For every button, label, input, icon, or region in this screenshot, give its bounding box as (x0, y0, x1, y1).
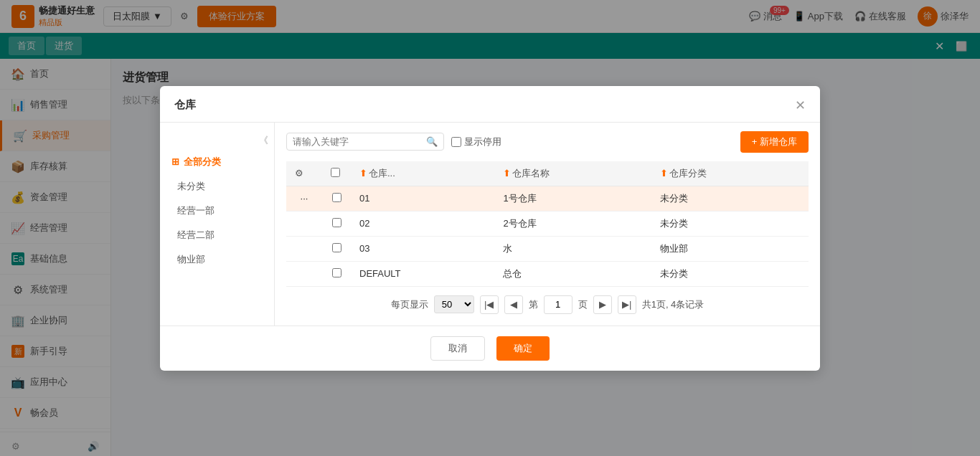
row-more-icon[interactable]: ··· (301, 193, 308, 204)
row-code: 01 (351, 186, 494, 211)
toolbar: 🔍 显示停用 + 新增仓库 (286, 131, 809, 153)
per-page-label: 每页显示 (391, 298, 428, 311)
row-checkbox[interactable] (332, 218, 341, 227)
collapse-button[interactable]: 《 (160, 131, 274, 150)
row-category: 未分类 (651, 186, 809, 211)
prev-page-button[interactable]: ◀ (504, 295, 523, 314)
sort-icon2: ⬆ (503, 168, 511, 179)
row-name: 总仓 (494, 261, 651, 286)
pagination: 每页显示 50 20 100 |◀ ◀ 第 页 ▶ ▶| 共1页, 4条记录 (286, 287, 809, 317)
row-checkbox-cell[interactable] (322, 236, 351, 261)
col-header-category: ⬆仓库分类 (651, 161, 809, 186)
warehouse-dialog: 仓库 ✕ 《 ⊞ 全部分类 未分类 经营一部 经营二部 物业部 (160, 86, 820, 371)
dialog-title: 仓库 (174, 98, 196, 112)
col-header-name: ⬆仓库名称 (494, 161, 651, 186)
category-item-unclassified[interactable]: 未分类 (160, 174, 274, 199)
category-item-ops2[interactable]: 经营二部 (160, 223, 274, 247)
row-name: 2号仓库 (494, 211, 651, 236)
row-settings[interactable]: ··· (286, 186, 322, 211)
dialog-close-button[interactable]: ✕ (795, 98, 806, 113)
row-category: 物业部 (651, 236, 809, 261)
table-row[interactable]: 03 水 物业部 (286, 236, 809, 261)
show-disabled-toggle[interactable]: 显示停用 (451, 136, 501, 148)
first-page-button[interactable]: |◀ (480, 295, 499, 314)
search-input[interactable] (293, 136, 422, 147)
search-icon[interactable]: 🔍 (426, 136, 438, 147)
add-warehouse-button[interactable]: + 新增仓库 (740, 131, 809, 153)
sort-icon: ⬆ (359, 168, 367, 179)
row-code: 02 (351, 211, 494, 236)
row-code: 03 (351, 236, 494, 261)
col-header-check (322, 161, 351, 186)
last-page-button[interactable]: ▶| (618, 295, 636, 314)
grid-icon: ⊞ (171, 156, 179, 167)
collapse-icon: 《 (259, 134, 268, 147)
dialog-right-content: 🔍 显示停用 + 新增仓库 ⚙ (275, 123, 820, 326)
per-page-select[interactable]: 50 20 100 (434, 295, 474, 313)
page-summary: 共1页, 4条记录 (642, 298, 705, 311)
row-checkbox[interactable] (332, 243, 341, 252)
table-row[interactable]: DEFAULT 总仓 未分类 (286, 261, 809, 286)
settings-col-icon[interactable]: ⚙ (295, 168, 303, 179)
category-all[interactable]: ⊞ 全部分类 (160, 150, 274, 174)
row-checkbox-cell[interactable] (322, 261, 351, 286)
table-header: ⚙ ⬆仓库... ⬆仓库名称 (286, 161, 809, 186)
row-name: 1号仓库 (494, 186, 651, 211)
search-box: 🔍 (286, 133, 444, 151)
dialog-header: 仓库 ✕ (160, 86, 820, 123)
table-row[interactable]: 02 2号仓库 未分类 (286, 211, 809, 236)
warehouse-table: ⚙ ⬆仓库... ⬆仓库名称 (286, 161, 809, 287)
select-all-checkbox[interactable] (331, 168, 340, 177)
col-header-settings: ⚙ (286, 161, 322, 186)
page-suffix: 页 (578, 298, 588, 311)
row-category: 未分类 (651, 211, 809, 236)
next-page-button[interactable]: ▶ (593, 295, 612, 314)
row-settings[interactable] (286, 211, 322, 236)
dialog-footer: 取消 确定 (160, 326, 820, 371)
confirm-button[interactable]: 确定 (496, 336, 550, 361)
page-label: 第 (529, 298, 538, 311)
row-settings[interactable] (286, 261, 322, 286)
show-disabled-checkbox[interactable] (451, 137, 461, 147)
table-body: ··· 01 1号仓库 未分类 02 2号仓库 未分类 (286, 186, 809, 286)
sort-icon3: ⬆ (660, 168, 668, 179)
cancel-button[interactable]: 取消 (430, 336, 485, 361)
table-container: ⚙ ⬆仓库... ⬆仓库名称 (286, 161, 809, 287)
row-checkbox[interactable] (332, 268, 341, 277)
table-row[interactable]: ··· 01 1号仓库 未分类 (286, 186, 809, 211)
row-checkbox-cell[interactable] (322, 211, 351, 236)
row-name: 水 (494, 236, 651, 261)
category-panel: 《 ⊞ 全部分类 未分类 经营一部 经营二部 物业部 (160, 123, 275, 326)
modal-overlay: 仓库 ✕ 《 ⊞ 全部分类 未分类 经营一部 经营二部 物业部 (0, 0, 980, 456)
col-header-code: ⬆仓库... (351, 161, 494, 186)
row-checkbox[interactable] (332, 193, 341, 202)
row-code: DEFAULT (351, 261, 494, 286)
row-checkbox-cell[interactable] (322, 186, 351, 211)
category-item-property[interactable]: 物业部 (160, 247, 274, 272)
row-category: 未分类 (651, 261, 809, 286)
dialog-body: 《 ⊞ 全部分类 未分类 经营一部 经营二部 物业部 🔍 (160, 123, 820, 326)
row-settings[interactable] (286, 236, 322, 261)
category-item-ops1[interactable]: 经营一部 (160, 199, 274, 223)
page-number-input[interactable] (544, 295, 573, 314)
